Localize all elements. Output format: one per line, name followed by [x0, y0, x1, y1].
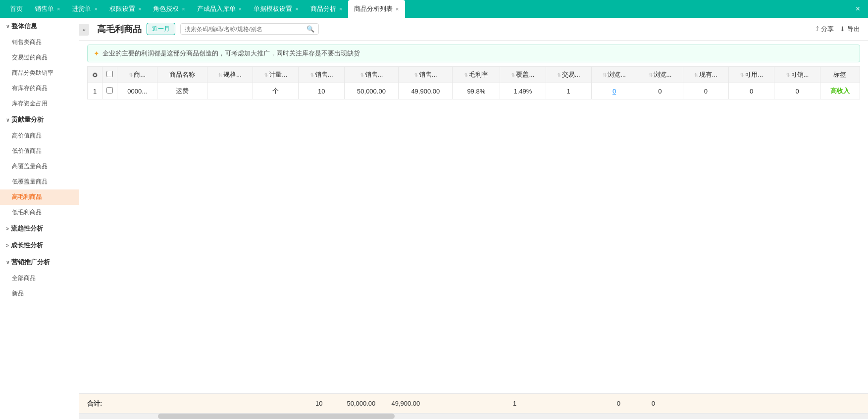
- select-all-checkbox[interactable]: [106, 71, 113, 77]
- row-sellable: 0: [774, 83, 820, 99]
- tab-close-icon[interactable]: ×: [239, 6, 242, 12]
- sort-icon: ⇅: [557, 72, 561, 78]
- sort-icon: ⇅: [694, 72, 698, 78]
- col-header-11[interactable]: ⇅交易...: [546, 67, 591, 83]
- chevron-right-icon: >: [6, 226, 9, 232]
- col-header-15[interactable]: ⇅可用...: [728, 67, 774, 83]
- row-code: 0000...: [117, 83, 157, 99]
- sort-icon: ⇅: [129, 72, 133, 78]
- sidebar-item-商品分类助销率[interactable]: 商品分类助销率: [0, 65, 79, 81]
- sidebar-item-库存资金占用[interactable]: 库存资金占用: [0, 96, 79, 111]
- sidebar: ∨整体信息销售类商品交易过的商品商品分类助销率有库存的商品库存资金占用∨贡献量分…: [0, 18, 79, 419]
- tab-close-icon[interactable]: ×: [57, 6, 60, 12]
- footer-transaction: 1: [497, 400, 532, 407]
- sidebar-item-有库存的商品[interactable]: 有库存的商品: [0, 81, 79, 96]
- close-all-tabs[interactable]: ×: [852, 4, 864, 13]
- sort-icon: ⇅: [310, 72, 314, 78]
- sidebar-group-贡献量分析[interactable]: ∨贡献量分析: [0, 111, 79, 128]
- sidebar-item-高价值商品[interactable]: 高价值商品: [0, 128, 79, 143]
- sidebar-item-交易过的商品[interactable]: 交易过的商品: [0, 50, 79, 65]
- nav-tab-角色授权[interactable]: 角色授权×: [147, 0, 191, 18]
- search-input[interactable]: [185, 26, 305, 33]
- page-title: 高毛利商品: [97, 23, 142, 35]
- tab-close-icon[interactable]: ×: [138, 6, 141, 12]
- sidebar-item-低价值商品[interactable]: 低价值商品: [0, 143, 79, 159]
- col-header-2[interactable]: ⇅商...: [117, 67, 157, 83]
- sort-icon: ⇅: [218, 72, 222, 78]
- row-available: 0: [728, 83, 774, 99]
- footer-spacer4: [165, 400, 225, 407]
- row-gross-rate: 99.8%: [453, 83, 500, 99]
- col-header-14[interactable]: ⇅现有...: [683, 67, 728, 83]
- nav-tab-商品分析列表[interactable]: 商品分析列表×: [348, 0, 405, 18]
- footer-browse2: [566, 400, 601, 407]
- col-header-4[interactable]: ⇅规格...: [207, 67, 253, 83]
- sidebar-item-低毛利商品[interactable]: 低毛利商品: [0, 205, 79, 220]
- nav-tab-单据模板设置[interactable]: 单据模板设置×: [248, 0, 304, 18]
- row-name: 运费: [157, 83, 207, 99]
- export-icon: ⬇: [840, 25, 845, 33]
- sort-icon: ⇅: [603, 72, 607, 78]
- sidebar-group-整体信息[interactable]: ∨整体信息: [0, 18, 79, 35]
- row-sales1: 10: [299, 83, 344, 99]
- sidebar-group-成长性分析[interactable]: >成长性分析: [0, 237, 79, 254]
- sidebar-group-营销推广分析[interactable]: ∨营销推广分析: [0, 254, 79, 271]
- nav-tab-商品分析[interactable]: 商品分析×: [305, 0, 348, 18]
- col-header-10[interactable]: ⇅覆盖...: [500, 67, 546, 83]
- col-header-5[interactable]: ⇅计量...: [253, 67, 299, 83]
- tab-close-icon[interactable]: ×: [295, 6, 298, 12]
- tab-close-icon[interactable]: ×: [94, 6, 97, 12]
- export-button[interactable]: ⬇ 导出: [840, 25, 860, 34]
- settings-icon[interactable]: ⚙: [92, 71, 98, 79]
- link-value[interactable]: 0: [613, 88, 616, 95]
- collapse-sidebar-button[interactable]: «: [79, 24, 89, 36]
- sidebar-item-高毛利商品[interactable]: 高毛利商品: [0, 189, 79, 205]
- sort-icon: ⇅: [414, 72, 418, 78]
- sidebar-item-低覆盖量商品[interactable]: 低覆盖量商品: [0, 174, 79, 189]
- col-header-8[interactable]: ⇅销售...: [399, 67, 453, 83]
- col-header-6[interactable]: ⇅销售...: [299, 67, 344, 83]
- tab-close-icon[interactable]: ×: [182, 6, 185, 12]
- sort-icon: ⇅: [649, 72, 653, 78]
- tab-close-icon[interactable]: ×: [339, 6, 342, 12]
- filter-recent-month-button[interactable]: 近一月: [147, 23, 175, 35]
- col-header-7[interactable]: ⇅销售...: [344, 67, 398, 83]
- row-select-checkbox[interactable]: [106, 87, 113, 93]
- sidebar-group-流趋性分析[interactable]: >流趋性分析: [0, 220, 79, 237]
- search-box[interactable]: 🔍: [180, 23, 319, 35]
- row-coverage: 1.49%: [500, 83, 546, 99]
- sidebar-item-销售类商品[interactable]: 销售类商品: [0, 35, 79, 50]
- col-header-16[interactable]: ⇅可销...: [774, 67, 820, 83]
- col-header-3: 商品名称: [157, 67, 207, 83]
- sidebar-item-新品[interactable]: 新品: [0, 286, 79, 301]
- footer-values: 10 50,000.00 49,900.00 1 0 0: [106, 400, 860, 407]
- nav-tab-首页[interactable]: 首页: [4, 0, 29, 18]
- share-button[interactable]: ⤴ 分享: [816, 25, 834, 34]
- chevron-down-icon: ∨: [6, 260, 9, 265]
- sort-icon: ⇅: [786, 72, 790, 78]
- row-spec: [207, 83, 253, 99]
- sidebar-group-label: 营销推广分析: [11, 258, 50, 267]
- chevron-right-icon: >: [6, 243, 9, 248]
- info-icon: ✦: [94, 49, 100, 57]
- row-browse1: 0: [591, 83, 637, 99]
- nav-tab-权限设置[interactable]: 权限设置×: [103, 0, 147, 18]
- footer-browse1: [532, 400, 566, 407]
- sidebar-item-高覆盖量商品[interactable]: 高覆盖量商品: [0, 159, 79, 174]
- col-header-13[interactable]: ⇅浏览...: [637, 67, 683, 83]
- nav-tab-进货单[interactable]: 进货单×: [66, 0, 103, 18]
- tab-close-icon[interactable]: ×: [396, 6, 399, 12]
- footer-spacer6: [264, 400, 299, 407]
- sidebar-item-全部商品[interactable]: 全部商品: [0, 271, 79, 286]
- nav-tab-产成品入库单[interactable]: 产成品入库单×: [191, 0, 248, 18]
- search-icon[interactable]: 🔍: [306, 25, 314, 33]
- table-wrapper: ⚙⇅商...商品名称⇅规格...⇅计量...⇅销售...⇅销售...⇅销售...…: [79, 66, 868, 393]
- col-header-12[interactable]: ⇅浏览...: [591, 67, 637, 83]
- col-header-9[interactable]: ⇅毛利率: [453, 67, 500, 83]
- horizontal-scrollbar[interactable]: [79, 413, 868, 419]
- nav-tab-销售单[interactable]: 销售单×: [29, 0, 66, 18]
- sort-icon: ⇅: [511, 72, 515, 78]
- row-tag: 高收入: [820, 83, 860, 99]
- tag-badge: 高收入: [830, 87, 850, 94]
- row-transaction: 1: [546, 83, 591, 99]
